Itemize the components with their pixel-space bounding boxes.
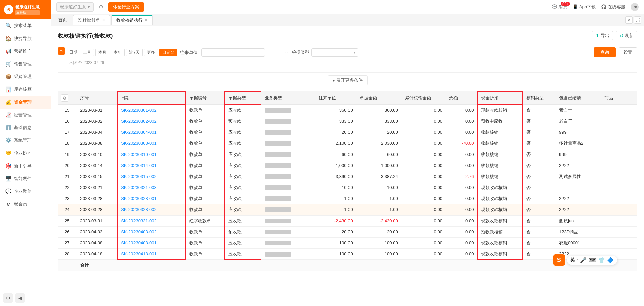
collapse-button[interactable]: ◀: [15, 293, 25, 303]
sidebar-item-quicknav[interactable]: 🏠 快捷导航: [0, 32, 51, 45]
tab-home[interactable]: 首页: [54, 15, 72, 25]
sn-link[interactable]: SK-20230403-002: [121, 229, 157, 234]
cell-biztype: 应收款: [225, 215, 261, 226]
filter-setting-button[interactable]: 设置: [619, 47, 637, 57]
column-settings-button[interactable]: ⚙: [61, 94, 68, 102]
cell-discount: 0.00: [446, 149, 478, 160]
sn-link[interactable]: SK-20230328-002: [121, 207, 157, 212]
cell-balance: 0.00: [401, 105, 446, 116]
sidebar-item-guide[interactable]: 🎯 新手引导: [0, 160, 51, 172]
online-service-button[interactable]: 🎧 在线客服: [601, 4, 625, 10]
cell-amount: 360.00: [315, 105, 356, 116]
sn-link[interactable]: SK-20230301-002: [121, 108, 157, 113]
tab-prepay[interactable]: 预计应付单 ✕: [73, 15, 110, 25]
sn-link[interactable]: SK-20230328-001: [121, 196, 157, 201]
message-button[interactable]: 💬 消息 99+: [552, 4, 567, 10]
sidebar-item-inventory[interactable]: 📊 库存核算: [0, 83, 51, 96]
export-button[interactable]: ⬆ 导出: [592, 31, 613, 40]
cell-include: 否: [523, 171, 556, 182]
app-download-button[interactable]: 📱 App下载: [573, 4, 596, 10]
sidebar-item-sales[interactable]: 🛒 销售管理: [0, 58, 51, 70]
sn-link[interactable]: SK-20230310-001: [121, 152, 157, 157]
cell-sn: SK-20230301-002: [117, 105, 185, 116]
sidebar-item-search[interactable]: 🔍 搜索菜单: [0, 19, 51, 32]
sn-link[interactable]: SK-20230418-001: [121, 251, 157, 256]
date-this-year-button[interactable]: 本年: [111, 49, 125, 56]
cell-num: 18: [58, 138, 77, 149]
solution-button[interactable]: 体验行业方案: [108, 2, 144, 12]
sn-link[interactable]: SK-20230302-002: [121, 119, 157, 124]
sidebar-item-purchase[interactable]: 📦 采购管理: [0, 70, 51, 83]
table-row: 17 2023-03-04 SK-20230304-001 收款单 应收款 20…: [58, 127, 637, 138]
cell-num: 20: [58, 160, 77, 171]
filter-more-dots[interactable]: ···: [283, 50, 289, 55]
tab-collection-cancel[interactable]: 收款核销执行 ✕: [111, 15, 153, 25]
sidebar-item-finance[interactable]: 💰 资金管理: [0, 96, 51, 109]
sidebar-item-enterprise[interactable]: 🤝 企业协同: [0, 147, 51, 160]
query-button[interactable]: 查询: [594, 47, 616, 57]
refresh-button[interactable]: ↺ 刷新: [616, 31, 637, 40]
sidebar-item-label: 基础信息: [14, 125, 32, 131]
cell-amount: 10.00: [315, 182, 356, 193]
gear-button[interactable]: ⚙: [96, 2, 106, 12]
cell-balance: 0.00: [401, 204, 446, 215]
tab-close-prepay[interactable]: ✕: [102, 18, 105, 22]
date-7days-button[interactable]: 近7天: [126, 49, 143, 56]
cell-date: 2023-03-01: [77, 105, 118, 116]
account-selector[interactable]: 畅康道好生意 ▾: [56, 2, 94, 12]
sn-link[interactable]: SK-20230331-002: [121, 218, 157, 223]
sidebar-item-system[interactable]: ⚙️ 系统管理: [0, 134, 51, 147]
cell-amount: 20.00: [315, 127, 356, 138]
tab-fullscreen-button[interactable]: ⛶: [634, 16, 641, 24]
filter-toggle-button[interactable]: »: [58, 47, 65, 55]
tab-close-all-button[interactable]: ✕: [625, 16, 633, 24]
sn-link[interactable]: SK-20230314-001: [121, 163, 157, 168]
date-custom-button[interactable]: 自定义: [159, 49, 177, 56]
cell-goods2: [601, 149, 637, 160]
settings-button[interactable]: ⚙: [3, 293, 13, 303]
refresh-icon: ↺: [620, 33, 624, 38]
sidebar-item-marketing[interactable]: 📢 营销推广: [0, 45, 51, 58]
sn-link[interactable]: SK-20230308-001: [121, 141, 157, 146]
cell-sn: SK-20230304-001: [117, 127, 185, 138]
cell-cumulative: 3,387.24: [356, 171, 401, 182]
cell-doctype: 收款单: [185, 237, 225, 248]
cell-canceltype: 现款收款核销: [477, 204, 523, 215]
date-more-button[interactable]: 更多: [144, 49, 158, 56]
sidebar-item-member[interactable]: V 畅会员: [0, 198, 51, 210]
cell-goods2: [601, 182, 637, 193]
date-last-month-button[interactable]: 上月: [80, 49, 94, 56]
cell-sn: SK-20230403-002: [117, 226, 185, 237]
sidebar-item-basicinfo[interactable]: ℹ️ 基础信息: [0, 121, 51, 134]
doc-type-select[interactable]: [311, 48, 358, 57]
cell-goods2: [601, 127, 637, 138]
partner-input[interactable]: [201, 48, 265, 57]
tab-close-collection[interactable]: ✕: [145, 18, 148, 22]
cell-num: 15: [58, 105, 77, 116]
sidebar-bottom: ⚙ ◀: [0, 290, 51, 306]
date-this-month-button[interactable]: 本月: [95, 49, 109, 56]
cell-goods2: [601, 204, 637, 215]
sidebar-item-operations[interactable]: 📈 经营管理: [0, 109, 51, 121]
sn-link[interactable]: SK-20230321-003: [121, 185, 157, 190]
cell-doctype: 收款单: [185, 248, 225, 260]
cell-sn: SK-20230302-002: [117, 116, 185, 127]
cell-goods2: [601, 138, 637, 149]
topbar-left: 畅康道好生意 ▾ ⚙ 体验行业方案: [56, 2, 548, 12]
cell-balance: 0.00: [401, 149, 446, 160]
cell-balance: 0.00: [401, 138, 446, 149]
sn-link[interactable]: SK-20230315-002: [121, 174, 157, 179]
cell-canceltype: 现款收款核销: [477, 237, 523, 248]
expand-more-button[interactable]: ▾ 展开更多条件: [328, 75, 368, 85]
sidebar-item-hardware[interactable]: 🖥️ 智能硬件: [0, 172, 51, 185]
filter-date: 日期 上月 本月 本年 近7天 更多 自定义: [69, 49, 177, 56]
cell-num: 22: [58, 182, 77, 193]
table-row: 21 2023-03-15 SK-20230315-002 收款单 应收款 3,…: [58, 171, 637, 182]
sidebar-item-wechat[interactable]: 💬 企业微信: [0, 185, 51, 198]
cell-partner: [261, 138, 315, 149]
sn-link[interactable]: SK-20230304-001: [121, 130, 157, 135]
sn-link[interactable]: SK-20230408-001: [121, 240, 157, 245]
cell-balance: 0.00: [401, 116, 446, 127]
cell-biztype: 应收款: [225, 149, 261, 160]
user-avatar[interactable]: Rit: [631, 3, 639, 11]
